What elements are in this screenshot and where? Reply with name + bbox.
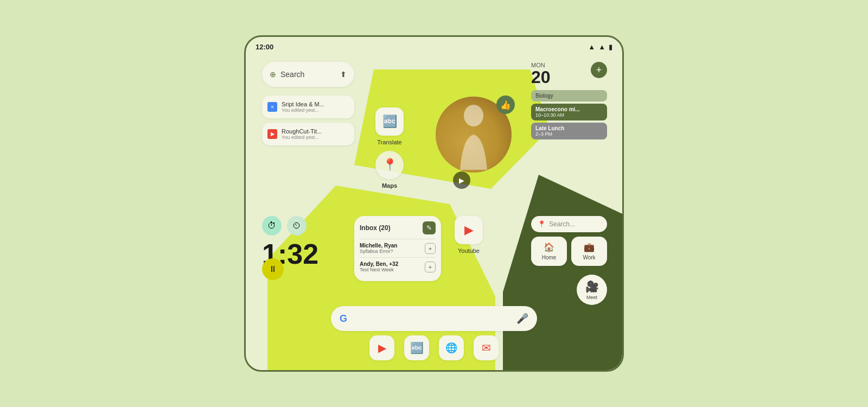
dock-translate[interactable]: 🔤 <box>404 335 429 360</box>
status-icons: ▲ ▲ ▮ <box>588 43 612 51</box>
calendar-widget: MON 20 + Biology Macroecono mi... 10–10:… <box>531 62 607 142</box>
home-icon: 🏠 <box>544 242 554 252</box>
youtube-widget[interactable]: ▶ Youtube <box>450 216 488 254</box>
home-button[interactable]: 🏠 Home <box>531 237 567 266</box>
calendar-event-lunch[interactable]: Late Lunch 2–3 PM <box>531 123 607 139</box>
google-logo: G <box>340 313 347 325</box>
calendar-event-biology[interactable]: Biology <box>531 90 607 101</box>
doc-info-1: Sript Idea & M... You edited yest... <box>282 101 324 113</box>
maps-pin-icon: 📍 <box>382 158 397 172</box>
google-search-bar[interactable]: G 🎤 <box>331 306 537 331</box>
battery-icon: ▮ <box>609 43 612 51</box>
dock-gmail-icon: ✉ <box>482 341 491 354</box>
doc-icon: ≡ <box>267 102 277 112</box>
wifi-icon: ▲ <box>588 43 595 51</box>
maps-search-pin-icon: 📍 <box>538 220 546 228</box>
youtube-label: Youtube <box>458 247 480 254</box>
search-bar-top[interactable]: ⊕ Search ⬆ <box>262 62 354 87</box>
inbox-item-2[interactable]: Andy, Ben, +32 Test Next Week + <box>360 257 436 276</box>
meet-icon: 🎥 <box>585 280 599 293</box>
status-time: 12:00 <box>256 43 273 51</box>
work-icon: 💼 <box>584 242 595 252</box>
maps-widget[interactable]: 📍 Maps <box>371 151 409 189</box>
home-work-row: 🏠 Home 💼 Work <box>531 237 607 266</box>
dock: ▶ 🔤 🌐 ✉ <box>369 335 499 360</box>
mic-icon[interactable]: 🎤 <box>516 313 528 325</box>
share-icon: ⬆ <box>340 70 347 79</box>
dock-translate-icon: 🔤 <box>410 341 424 354</box>
inbox-item-1-action[interactable]: + <box>425 243 436 254</box>
maps-label: Maps <box>382 182 397 189</box>
search-icon: ⊕ <box>270 70 276 79</box>
search-label: Search <box>280 70 336 79</box>
dock-gmail[interactable]: ✉ <box>474 335 499 360</box>
like-badge: 👍 <box>496 96 515 114</box>
maps-search-widget: 📍 Search... 🏠 Home 💼 Work <box>531 216 607 266</box>
inbox-item-2-action[interactable]: + <box>425 262 436 272</box>
dock-youtube[interactable]: ▶ <box>369 335 394 360</box>
status-bar: 12:00 ▲ ▲ ▮ <box>246 37 622 56</box>
device-frame: 12:00 ▲ ▲ ▮ ⊕ Search ⬆ ≡ Sript Idea & M.… <box>244 35 624 372</box>
bg-dark-green <box>503 175 622 370</box>
maps-search-placeholder: Search... <box>549 220 575 228</box>
translate-label: Translate <box>377 139 401 145</box>
timer-pause-button[interactable]: ⏸ <box>262 258 284 280</box>
doc-widget-2[interactable]: ▶ RoughCut-Tit... You edited yest... <box>262 123 354 145</box>
maps-icon-box: 📍 <box>375 151 404 179</box>
inbox-edit-button[interactable]: ✎ <box>423 221 436 234</box>
dock-youtube-icon: ▶ <box>378 341 386 354</box>
inbox-title: Inbox (20) <box>360 224 391 232</box>
stopwatch-icon[interactable]: ⏱ <box>262 216 282 236</box>
svg-point-0 <box>464 105 483 126</box>
translate-widget[interactable]: 🔤 Translate <box>371 107 409 145</box>
meet-button[interactable]: 🎥 Meet <box>577 275 607 305</box>
calendar-header: MON 20 + <box>531 62 607 86</box>
work-label: Work <box>583 255 595 260</box>
doc-widget-1[interactable]: ≡ Sript Idea & M... You edited yest... <box>262 96 354 118</box>
play-button[interactable]: ▶ <box>453 171 470 189</box>
calendar-add-button[interactable]: + <box>591 62 607 78</box>
slides-icon: ▶ <box>267 129 277 139</box>
maps-search-bar[interactable]: 📍 Search... <box>531 216 607 232</box>
doc-info-2: RoughCut-Tit... You edited yest... <box>282 128 322 140</box>
translate-icon: 🔤 <box>382 115 397 129</box>
dock-chrome[interactable]: 🌐 <box>439 335 464 360</box>
calendar-event-macro[interactable]: Macroecono mi... 10–10:30 AM <box>531 104 607 120</box>
person-silhouette <box>449 99 498 170</box>
inbox-item-2-text: Andy, Ben, +32 Test Next Week <box>360 261 398 272</box>
dock-chrome-icon: 🌐 <box>445 342 457 354</box>
inbox-widget: Inbox (20) ✎ Michelle, Ryan Syllabus Err… <box>354 216 441 281</box>
home-label: Home <box>542 255 557 260</box>
youtube-icon-box: ▶ <box>455 216 483 244</box>
signal-icon: ▲ <box>598 43 605 51</box>
inbox-header: Inbox (20) ✎ <box>360 221 436 234</box>
inbox-item-1[interactable]: Michelle, Ryan Syllabus Error? + <box>360 239 436 257</box>
translate-icon-box: 🔤 <box>375 107 404 136</box>
youtube-icon: ▶ <box>464 223 474 237</box>
timer-icon[interactable]: ⏲ <box>287 216 307 236</box>
timer-icons-row: ⏱ ⏲ <box>262 216 318 236</box>
work-button[interactable]: 💼 Work <box>571 237 607 266</box>
calendar-date: 20 <box>531 68 551 86</box>
inbox-item-1-text: Michelle, Ryan Syllabus Error? <box>360 243 397 254</box>
calendar-date-info: MON 20 <box>531 62 551 86</box>
meet-label: Meet <box>586 295 597 300</box>
